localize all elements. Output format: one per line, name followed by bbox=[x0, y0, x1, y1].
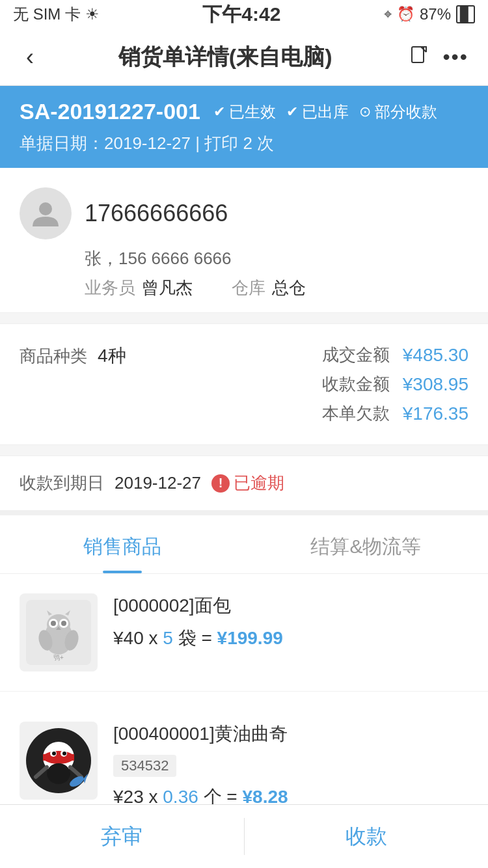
tab-settlement[interactable]: 结算&物流等 bbox=[244, 515, 488, 573]
product-qty-1: 5 bbox=[163, 628, 173, 648]
product-thumbnail-1: 鸮+ bbox=[20, 593, 98, 671]
product-price-1: ¥40 x 5 袋 = ¥199.99 bbox=[113, 626, 468, 651]
svg-point-1 bbox=[39, 202, 52, 215]
share-button[interactable] bbox=[410, 45, 429, 69]
svg-point-21 bbox=[52, 752, 56, 755]
badge-shipped: ✔ 已出库 bbox=[286, 102, 349, 122]
tabs-section: 销售商品 结算&物流等 bbox=[0, 515, 488, 574]
more-button[interactable]: ••• bbox=[442, 45, 468, 69]
warehouse-value: 总仓 bbox=[272, 277, 306, 299]
product-details-1: [0000002]面包 ¥40 x 5 袋 = ¥199.99 bbox=[113, 593, 468, 671]
order-badges: ✔ 已生效 ✔ 已出库 ⊙ 部分收款 bbox=[213, 102, 437, 122]
customer-section: 17666666666 张，156 6666 6666 业务员 曾凡杰 仓库 总… bbox=[0, 168, 488, 313]
due-date-section: 收款到期日 2019-12-27 ! 已逾期 bbox=[0, 455, 488, 515]
product-list: 鸮+ [0000002]面包 ¥40 x 5 袋 = ¥199.99 bbox=[0, 574, 488, 830]
status-bar: 无 SIM 卡 ☀ 下午4:42 ⌖ ⏰ 87% ▊ bbox=[0, 0, 488, 29]
product-types-label: 商品种类 bbox=[20, 345, 87, 368]
overdue-badge: ! 已逾期 bbox=[211, 472, 284, 495]
svg-point-8 bbox=[61, 621, 66, 626]
back-button[interactable]: ‹ bbox=[20, 37, 40, 77]
product-name-1: [0000002]面包 bbox=[113, 593, 468, 618]
signal-text: 无 SIM 卡 ☀ bbox=[13, 4, 100, 25]
product-thumbnail-2 bbox=[20, 722, 98, 800]
collect-payment-button[interactable]: 收款 bbox=[245, 805, 489, 868]
order-sub-info: 单据日期：2019-12-27 | 打印 2 次 bbox=[20, 132, 468, 155]
status-left: 无 SIM 卡 ☀ bbox=[13, 4, 100, 25]
badge-effective: ✔ 已生效 bbox=[213, 102, 276, 122]
check-icon-2: ✔ bbox=[286, 103, 298, 120]
customer-id: 17666666666 bbox=[85, 200, 228, 227]
nav-bar: ‹ 销货单详情(来自电脑) ••• bbox=[0, 29, 488, 86]
customer-avatar bbox=[20, 187, 72, 239]
tab-products[interactable]: 销售商品 bbox=[0, 515, 244, 573]
owed-value: ¥176.35 bbox=[403, 403, 468, 424]
location-icon: ⌖ bbox=[384, 6, 392, 23]
amount-value: ¥485.30 bbox=[403, 345, 468, 366]
bottom-bar: 弃审 收款 bbox=[0, 804, 488, 868]
salesperson-label: 业务员 bbox=[85, 277, 135, 299]
check-icon-1: ✔ bbox=[213, 103, 225, 120]
stats-section: 商品种类 4种 成交金额 ¥485.30 收款金额 ¥308.95 本单欠款 ¥… bbox=[0, 323, 488, 445]
product-name-2: [000400001]黄油曲奇 bbox=[113, 722, 468, 746]
received-label: 收款金额 bbox=[322, 373, 390, 396]
warehouse-label: 仓库 bbox=[232, 277, 265, 299]
nav-actions: ••• bbox=[410, 45, 468, 69]
product-details-2: [000400001]黄油曲奇 534532 ¥23 x 0.36 个 = ¥8… bbox=[113, 722, 468, 809]
customer-contact: 张，156 6666 6666 bbox=[85, 247, 468, 270]
owed-label: 本单欠款 bbox=[322, 402, 390, 425]
product-tag-2: 534532 bbox=[113, 755, 176, 777]
product-types-value: 4种 bbox=[98, 344, 126, 368]
alarm-icon: ⏰ bbox=[397, 6, 414, 23]
due-date-value: 2019-12-27 bbox=[115, 473, 201, 493]
page-title: 销货单详情(来自电脑) bbox=[118, 42, 332, 72]
amount-label: 成交金额 bbox=[322, 344, 390, 366]
svg-point-7 bbox=[51, 621, 56, 626]
status-time: 下午4:42 bbox=[202, 1, 280, 28]
svg-point-22 bbox=[62, 752, 66, 755]
overdue-text: 已逾期 bbox=[234, 472, 284, 495]
clock-icon: ⊙ bbox=[359, 103, 371, 120]
battery-text: 87% bbox=[420, 5, 451, 23]
order-id: SA-20191227-001 bbox=[20, 99, 200, 124]
customer-meta: 业务员 曾凡杰 仓库 总仓 bbox=[85, 277, 468, 299]
due-label: 收款到期日 bbox=[20, 472, 104, 495]
svg-rect-18 bbox=[43, 754, 74, 761]
battery-icon: ▊ bbox=[456, 5, 475, 23]
svg-rect-0 bbox=[412, 47, 424, 62]
cancel-audit-button[interactable]: 弃审 bbox=[0, 805, 244, 868]
badge-partial-payment: ⊙ 部分收款 bbox=[359, 102, 437, 122]
list-item: 鸮+ [0000002]面包 ¥40 x 5 袋 = ¥199.99 bbox=[0, 574, 488, 692]
svg-point-23 bbox=[47, 763, 70, 784]
received-value: ¥308.95 bbox=[403, 374, 468, 395]
product-total-1: ¥199.99 bbox=[217, 628, 283, 648]
order-header-banner: SA-20191227-001 ✔ 已生效 ✔ 已出库 ⊙ 部分收款 单据日期：… bbox=[0, 86, 488, 168]
overdue-icon: ! bbox=[211, 474, 230, 493]
status-right: ⌖ ⏰ 87% ▊ bbox=[384, 5, 475, 23]
svg-text:鸮+: 鸮+ bbox=[53, 654, 64, 661]
salesperson-value: 曾凡杰 bbox=[142, 277, 193, 299]
